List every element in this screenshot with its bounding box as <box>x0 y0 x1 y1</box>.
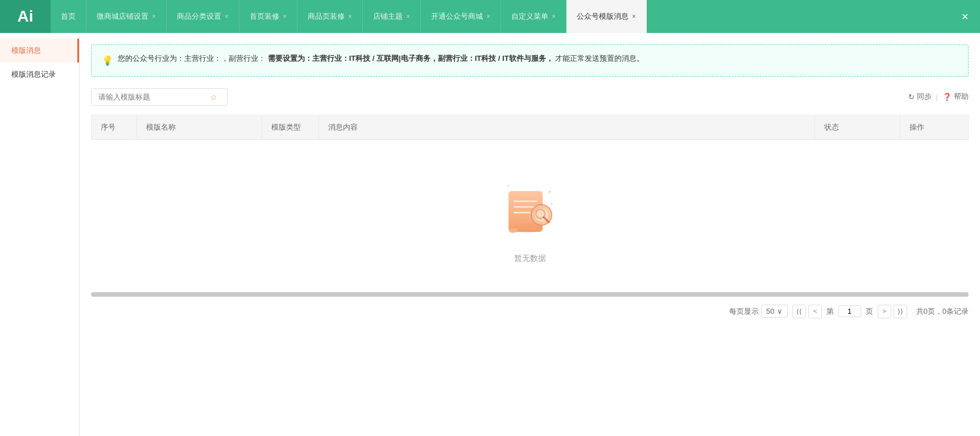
empty-svg: ✦ ✦ ✦ <box>496 174 564 242</box>
empty-row: ✦ ✦ ✦ 暂无数据 <box>92 139 969 286</box>
notice-icon: 💡 <box>102 53 113 68</box>
empty-illustration: ✦ ✦ ✦ <box>496 174 564 242</box>
tab-close-category[interactable]: × <box>225 13 229 20</box>
prev-page-button[interactable]: ＜ <box>808 305 822 318</box>
table-body: ✦ ✦ ✦ 暂无数据 <box>92 139 969 286</box>
tab-close-custom-menu[interactable]: × <box>552 13 556 20</box>
svg-text:✦: ✦ <box>547 189 552 195</box>
table-header-row: 序号模版名称模版类型消息内容状态操作 <box>92 115 969 139</box>
actions-divider: | <box>936 93 938 101</box>
next-page-button[interactable]: ＞ <box>878 305 891 318</box>
nav-tab-category[interactable]: 商品分类设置× <box>167 0 239 33</box>
page-total: 共0页，0条记录 <box>916 306 969 317</box>
main-layout: 模版消息模版消息记录 💡 您的公众号行业为：主营行业：，副营行业： 需要设置为：… <box>0 33 980 436</box>
page-size-dropdown[interactable]: 50 ∨ <box>761 305 787 318</box>
nav-tab-mall[interactable]: 开通公众号商城× <box>421 0 501 33</box>
search-actions: ↻ 同步 | ❓ 帮助 <box>908 92 969 102</box>
nav-tab-theme[interactable]: 店铺主题× <box>363 0 421 33</box>
sidebar-item-template-msg[interactable]: 模版消息 <box>0 39 79 63</box>
tab-close-product-page[interactable]: × <box>348 13 352 20</box>
page-size-select: 每页显示 50 ∨ <box>729 305 787 318</box>
tab-close-template-msg[interactable]: × <box>632 13 636 20</box>
nav-tab-weishop[interactable]: 微商城店铺设置× <box>86 0 167 33</box>
page-nav: ⟨⟨ ＜ 第 页 ＞ ⟩⟩ <box>792 305 907 318</box>
help-icon: ❓ <box>942 93 952 101</box>
chevron-down-icon: ∨ <box>777 307 783 315</box>
sync-icon: ↻ <box>908 93 915 101</box>
sidebar-item-template-record[interactable]: 模版消息记录 <box>0 63 79 86</box>
nav-tab-home[interactable]: 首页 <box>51 0 86 33</box>
tab-close-mall[interactable]: × <box>486 13 490 20</box>
search-input-wrap: ⌕ <box>91 88 228 106</box>
logo: Ai <box>0 0 51 33</box>
col-header-content: 消息内容 <box>319 115 815 139</box>
notice-text: 您的公众号行业为：主营行业：，副营行业： 需要设置为：主营行业：IT科技 / 互… <box>118 53 644 65</box>
col-header-name: 模版名称 <box>137 115 262 139</box>
pagination: 每页显示 50 ∨ ⟨⟨ ＜ 第 页 ＞ ⟩⟩ 共0页，0条记录 <box>91 305 969 318</box>
sidebar: 模版消息模版消息记录 <box>0 33 80 436</box>
nav-tab-homepage[interactable]: 首页装修× <box>239 0 297 33</box>
svg-text:✦: ✦ <box>550 202 553 206</box>
tab-close-homepage[interactable]: × <box>283 13 287 20</box>
first-page-button[interactable]: ⟨⟨ <box>792 305 806 318</box>
last-page-button[interactable]: ⟩⟩ <box>894 305 907 318</box>
help-button[interactable]: ❓ 帮助 <box>942 92 969 102</box>
search-button[interactable]: ⌕ <box>205 92 222 102</box>
notice-box: 💡 您的公众号行业为：主营行业：，副营行业： 需要设置为：主营行业：IT科技 /… <box>91 44 969 77</box>
nav-tabs: 首页微商城店铺设置×商品分类设置×首页装修×商品页装修×店铺主题×开通公众号商城… <box>51 0 950 33</box>
nav-tab-custom-menu[interactable]: 自定义菜单× <box>501 0 567 33</box>
tab-close-theme[interactable]: × <box>406 13 410 20</box>
nav-tab-template-msg[interactable]: 公众号模版消息× <box>567 0 647 33</box>
page-number-input[interactable] <box>838 305 861 317</box>
search-bar: ⌕ ↻ 同步 | ❓ 帮助 <box>91 88 969 106</box>
search-input[interactable] <box>92 89 205 105</box>
col-header-action: 操作 <box>900 115 969 139</box>
content-area: 💡 您的公众号行业为：主营行业：，副营行业： 需要设置为：主营行业：IT科技 /… <box>80 33 980 436</box>
data-table: 序号模版名称模版类型消息内容状态操作 <box>91 115 969 286</box>
close-all-button[interactable]: ✕ <box>950 11 980 22</box>
tab-close-weishop[interactable]: × <box>152 13 156 20</box>
empty-state: ✦ ✦ ✦ 暂无数据 <box>92 140 969 286</box>
scrollbar-thumb[interactable] <box>91 292 969 297</box>
top-nav: Ai 首页微商城店铺设置×商品分类设置×首页装修×商品页装修×店铺主题×开通公众… <box>0 0 980 33</box>
table-head: 序号模版名称模版类型消息内容状态操作 <box>92 115 969 139</box>
empty-text: 暂无数据 <box>92 254 969 264</box>
table-scrollbar[interactable] <box>91 292 969 297</box>
col-header-status: 状态 <box>815 115 900 139</box>
col-header-seq: 序号 <box>92 115 137 139</box>
nav-tab-product-page[interactable]: 商品页装修× <box>297 0 363 33</box>
col-header-type: 模版类型 <box>262 115 319 139</box>
svg-text:✦: ✦ <box>506 184 510 189</box>
sync-button[interactable]: ↻ 同步 <box>908 92 932 102</box>
